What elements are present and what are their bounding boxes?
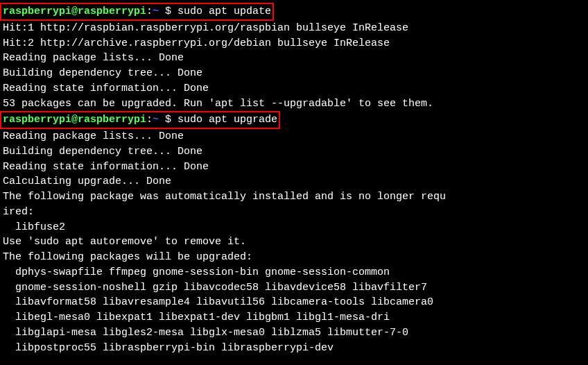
output-line: Hit:2 http://archive.raspberrypi.org/deb… <box>3 36 585 51</box>
prompt-sep: : <box>146 114 153 126</box>
output-line: libavformat58 libavresample4 libavutil56… <box>3 295 585 310</box>
prompt-dollar: $ <box>159 6 178 17</box>
command-input[interactable]: sudo apt upgrade <box>178 114 277 126</box>
highlight-box-2: raspberrypi@raspberrypi:~ $ sudo apt upg… <box>0 111 280 129</box>
output-line: The following package was automatically … <box>3 189 585 205</box>
prompt-path: ~ <box>153 114 159 126</box>
prompt-dollar: $ <box>159 114 178 126</box>
output-line: Reading state information... Done <box>3 81 585 96</box>
output-line: gnome-session-noshell gzip libavcodec58 … <box>3 280 585 296</box>
prompt-user: raspberrypi@raspberrypi <box>3 114 146 126</box>
output-line: dphys-swapfile ffmpeg gnome-session-bin … <box>3 265 585 280</box>
output-line: ired: <box>3 205 585 220</box>
prompt-user: raspberrypi@raspberrypi <box>3 6 146 17</box>
output-line: Reading package lists... Done <box>3 51 585 66</box>
output-line: The following packages will be upgraded: <box>3 250 585 265</box>
output-line: Calculating upgrade... Done <box>3 174 585 189</box>
command-input[interactable]: sudo apt update <box>178 6 271 17</box>
output-line: libfuse2 <box>3 220 585 235</box>
output-line: Reading package lists... Done <box>3 129 585 144</box>
highlight-box-1: raspberrypi@raspberrypi:~ $ sudo apt upd… <box>0 3 274 21</box>
output-line: Hit:1 http://raspbian.raspberrypi.org/ra… <box>3 21 585 36</box>
output-line: libglapi-mesa libgles2-mesa libglx-mesa0… <box>3 325 585 341</box>
output-line: libegl-mesa0 libexpat1 libexpat1-dev lib… <box>3 310 585 325</box>
output-line: 53 packages can be upgraded. Run 'apt li… <box>3 96 585 112</box>
prompt-sep: : <box>146 6 153 17</box>
prompt-line-2: raspberrypi@raspberrypi:~ $ sudo apt upg… <box>3 111 585 129</box>
prompt-line-1: raspberrypi@raspberrypi:~ $ sudo apt upd… <box>3 3 585 21</box>
output-line: Building dependency tree... Done <box>3 66 585 81</box>
output-line: Building dependency tree... Done <box>3 144 585 160</box>
output-line: libpostproc55 libraspberrypi-bin librasp… <box>3 341 585 356</box>
prompt-path: ~ <box>153 6 159 17</box>
output-line: Reading state information... Done <box>3 160 585 175</box>
output-line: Use 'sudo apt autoremove' to remove it. <box>3 235 585 250</box>
